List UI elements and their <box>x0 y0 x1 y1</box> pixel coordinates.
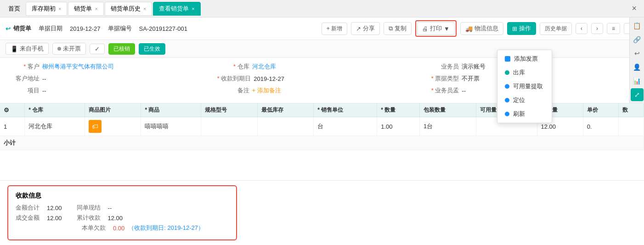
col-pack-qty: 包装数量 <box>419 103 476 117</box>
cumulative-value: 12.00 <box>108 215 123 222</box>
row-unit-price: 0. <box>583 117 618 136</box>
outbound-icon <box>505 70 509 75</box>
effective-badge[interactable]: 已生效 <box>139 43 165 55</box>
print-dropdown-icon: ▼ <box>444 25 450 32</box>
same-order-value: -- <box>108 205 112 211</box>
dropdown-item-locate[interactable]: 定位 <box>497 93 552 107</box>
due-date-value: 2019-12-27 <box>254 75 284 82</box>
not-opened-button[interactable]: 未开票 <box>52 43 86 55</box>
tab-inventory-init[interactable]: 库存期初 × <box>26 2 67 16</box>
add-invoice-icon <box>505 56 510 62</box>
print-button[interactable]: 🖨 打印 ▼ <box>417 22 455 35</box>
payment-row-3: 本单欠款 0.00 （收款到期日: 2019-12-27） <box>16 224 229 232</box>
doc-meta: 单据日期 2019-12-27 单据编号 SA-20191227-001 <box>39 24 187 33</box>
col-quantity: * 数量 <box>377 103 420 117</box>
sidebar-icon-3[interactable]: ↩ <box>631 47 644 60</box>
total-amount-field: 金额合计 12.00 <box>16 204 62 212</box>
tab-close-icon[interactable]: × <box>192 6 194 11</box>
customer-value[interactable]: 柳州粤港平安气体有限公司 <box>42 63 114 71</box>
sidebar-icon-4[interactable]: 👤 <box>631 61 644 74</box>
same-order-field: 同单现结 -- <box>77 204 112 212</box>
ticket-type-label: * 票据类型 <box>427 74 459 83</box>
current-due-value: 0.00 <box>113 225 124 232</box>
cumulative-label: 累计收款 <box>77 214 104 222</box>
operations-dropdown: 添加发票 出库 可用量提取 定位 刷新 <box>497 50 552 123</box>
project-label: 项目 <box>7 86 40 95</box>
warehouse-label: * 仓库 <box>217 63 249 71</box>
tab-view-sales[interactable]: 查看销货单 × <box>153 2 200 16</box>
tab-close-icon[interactable]: × <box>58 6 61 11</box>
col-product: * 商品 <box>141 103 201 117</box>
sidebar-icon-5[interactable]: 📊 <box>631 74 644 87</box>
ticket-type-value: 不开票 <box>462 74 480 83</box>
tab-sales-history[interactable]: 销货单历史 × <box>105 2 152 16</box>
row-min-stock <box>257 117 314 136</box>
sidebar-icon-2[interactable]: 🔗 <box>631 33 644 46</box>
warehouse-field: * 仓库 河北仓库 <box>217 63 427 71</box>
doc-type-icon: ↩ <box>6 25 11 32</box>
col-warehouse: * 仓库 <box>25 103 85 117</box>
doc-date-value: 2019-12-27 <box>70 25 101 32</box>
list-view-button[interactable]: ≡ <box>607 23 620 34</box>
col-min-stock: 最低库存 <box>257 103 314 117</box>
next-button[interactable]: › <box>591 23 603 34</box>
doc-date-label: 单据日期 <box>39 24 62 33</box>
share-icon: ↗ <box>356 25 361 32</box>
row-pack-qty: 1台 <box>419 117 476 136</box>
window-close-button[interactable]: × <box>628 4 640 13</box>
row-warehouse: 河北仓库 <box>25 117 85 136</box>
add-invoice-label: 添加发票 <box>514 55 538 63</box>
doc-number-value: SA-20191227-001 <box>139 25 188 32</box>
prev-button[interactable]: ‹ <box>576 23 588 34</box>
right-sidebar: 📋 🔗 ↩ 👤 📊 ⤢ <box>629 17 644 103</box>
product-image-icon: 🏷 <box>92 123 98 130</box>
available-icon <box>505 84 509 89</box>
dropdown-item-add-invoice[interactable]: 添加发票 <box>497 52 552 66</box>
print-highlight: 🖨 打印 ▼ <box>415 20 457 37</box>
warehouse-value[interactable]: 河北仓库 <box>252 63 276 71</box>
history-button[interactable]: 历史单据 <box>540 23 572 35</box>
dropdown-item-outbound[interactable]: 出库 <box>497 66 552 80</box>
check-button[interactable]: ✓ <box>90 44 105 54</box>
col-sales-unit: * 销售单位 <box>314 103 377 117</box>
staff2-value: -- <box>462 87 466 94</box>
subtotal-row: 小计 <box>0 136 644 150</box>
customer-field: * * 客户客户 柳州粤港平安气体有限公司 <box>7 63 217 71</box>
available-label: 可用量提取 <box>513 82 543 91</box>
doc-title: ↩ 销货单 <box>6 24 31 33</box>
due-date-field: * 收款到期日 2019-12-27 <box>217 74 427 83</box>
tab-home[interactable]: 首页 <box>4 5 25 13</box>
tab-sales-order[interactable]: 销货单 × <box>68 2 103 16</box>
row-quantity: 1.00 <box>377 117 420 136</box>
staff-label: 业务员 <box>427 63 459 71</box>
share-button[interactable]: ↗ 分享 <box>351 22 380 35</box>
dropdown-item-available[interactable]: 可用量提取 <box>497 80 552 93</box>
logistics-button[interactable]: 🚚 物流信息 <box>460 22 503 35</box>
refresh-icon <box>505 112 509 116</box>
add-remark-button[interactable]: + 添加备注 <box>252 86 281 95</box>
gear-icon: ⚙ <box>4 107 9 114</box>
doc-header: ↩ 销货单 单据日期 2019-12-27 单据编号 SA-20191227-0… <box>0 17 644 40</box>
outbound-label: 出库 <box>513 68 525 77</box>
address-field: 客户地址 -- <box>7 74 217 83</box>
operations-button[interactable]: ⊞ 操作 <box>507 22 536 35</box>
sidebar-icon-1[interactable]: 📋 <box>631 19 644 32</box>
new-button[interactable]: + 新增 <box>322 23 347 35</box>
address-value: -- <box>42 75 46 82</box>
payment-title: 收款信息 <box>16 192 229 200</box>
copy-button[interactable]: ⧉ 复制 <box>384 22 412 35</box>
tab-bar: 首页 库存期初 × 销货单 × 销货单历史 × 查看销货单 × × <box>0 0 644 17</box>
col-spec: 规格型号 <box>201 103 257 117</box>
payment-box: 收款信息 金额合计 12.00 同单现结 -- 成交金额 12.00 累计收款 <box>7 185 237 240</box>
sidebar-icon-expand[interactable]: ⤢ <box>631 88 644 101</box>
from-phone-button[interactable]: 📱 来自手机 <box>6 43 49 55</box>
address-label: 客户地址 <box>7 74 40 83</box>
locate-label: 定位 <box>513 96 525 104</box>
tab-close-icon[interactable]: × <box>143 6 146 11</box>
dropdown-item-refresh[interactable]: 刷新 <box>497 107 552 121</box>
customer-label: * * 客户客户 <box>7 63 40 71</box>
check-icon: ✓ <box>95 46 100 52</box>
tab-close-icon[interactable]: × <box>95 6 97 11</box>
sold-badge[interactable]: 已核销 <box>108 43 135 55</box>
col-settings[interactable]: ⚙ <box>0 103 25 117</box>
